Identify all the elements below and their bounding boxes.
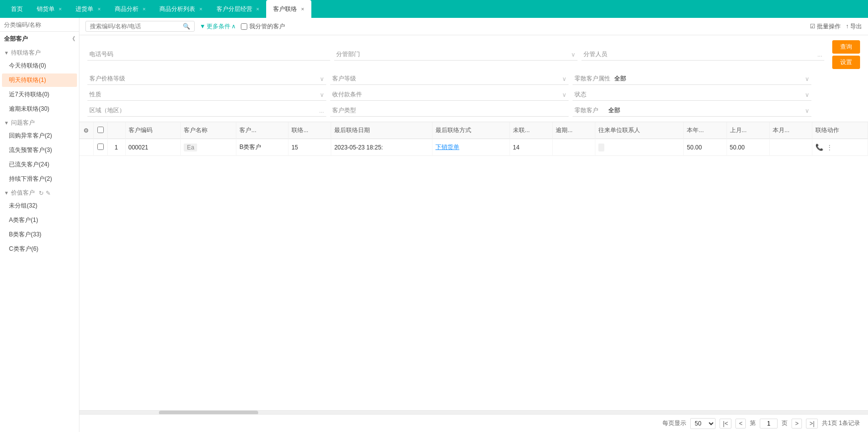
- my-customers-checkbox[interactable]: 我分管的客户: [241, 22, 285, 31]
- row-this-year: 50.00: [684, 139, 726, 156]
- phone-input[interactable]: [121, 51, 328, 58]
- sidebar-item-tomorrow-contact[interactable]: 明天待联络(1): [2, 73, 77, 87]
- scatter-attr-label: 零散客户属性: [575, 74, 610, 83]
- region-dots[interactable]: ...: [319, 107, 324, 114]
- col-header-type: 客户...: [236, 122, 289, 139]
- all-customers-header[interactable]: 全部客户 《: [0, 32, 79, 46]
- row-gear[interactable]: [79, 139, 93, 156]
- first-page-btn[interactable]: |<: [720, 419, 731, 429]
- sidebar-item-b-customers[interactable]: B类客户(33): [2, 228, 77, 241]
- row-last-method[interactable]: 下销货单: [432, 139, 509, 156]
- col-header-this-month: 本月...: [769, 122, 812, 139]
- payment-field: 收付款条件 ∨: [330, 89, 569, 101]
- group-problem-customers[interactable]: ▼ 问题客户: [0, 116, 79, 129]
- next-page-btn[interactable]: >: [792, 419, 802, 429]
- group-value-customers[interactable]: ▼ 价值客户 ↻ ✎: [0, 186, 79, 199]
- sidebar-item-ungrouped[interactable]: 未分组(32): [2, 199, 77, 213]
- sidebar-item-loss-warning[interactable]: 流失预警客户(3): [2, 144, 77, 157]
- nav-product-analysis[interactable]: 商品分析 ×: [108, 0, 152, 18]
- nav-home[interactable]: 首页: [4, 0, 30, 18]
- close-customer-contact-icon[interactable]: ×: [301, 0, 304, 18]
- sidebar-item-c-customers[interactable]: C类客户(6): [2, 242, 77, 256]
- export-btn[interactable]: ↑ 导出: [846, 22, 862, 31]
- filter-search-icon[interactable]: 🔍: [183, 23, 190, 30]
- col-header-checkbox[interactable]: [93, 122, 107, 139]
- top-nav: 首页 销货单 × 进货单 × 商品分析 × 商品分析列表 × 客户分层经营 × …: [0, 0, 868, 18]
- nav-purchase-order[interactable]: 进货单 ×: [69, 0, 107, 18]
- price-level-label: 客户价格等级: [89, 74, 125, 83]
- dept-dropdown-arrow[interactable]: ∨: [571, 51, 576, 58]
- content-area: 🔍 ▼ 更多条件 ∧ 我分管的客户 ☑ 批量操作 ↑ 导出: [79, 18, 868, 432]
- status-field: 状态 ∨: [573, 89, 811, 101]
- sidebar-search-input[interactable]: [4, 21, 78, 28]
- group-problem-arrow: ▼: [4, 120, 9, 126]
- sidebar-item-repurchase-abnormal[interactable]: 回购异常客户(2): [2, 129, 77, 143]
- status-label: 状态: [575, 90, 604, 99]
- price-level-field: 客户价格等级 ∨: [87, 73, 326, 85]
- nav-product-analysis-list[interactable]: 商品分析列表 ×: [152, 0, 209, 18]
- nav-customer-layering[interactable]: 客户分层经营 ×: [210, 0, 266, 18]
- manager-dots[interactable]: ...: [817, 51, 822, 58]
- group-pending-arrow: ▼: [4, 50, 9, 56]
- row-code[interactable]: 000021: [125, 139, 181, 156]
- close-purchase-order-icon[interactable]: ×: [97, 0, 100, 18]
- table-row: 1 000021 Ea B类客户 15 2023-05-23 18:25: 下销…: [79, 139, 868, 156]
- status-arrow[interactable]: ∨: [805, 91, 809, 98]
- sidebar: 🔍 全部客户 《 ▼ 待联络客户 今天待联络(0) 明天待联络(1) 近7天待联…: [0, 18, 79, 432]
- customer-level-field: 客户等级 ∨: [330, 73, 569, 85]
- query-button[interactable]: 查询: [832, 40, 860, 54]
- batch-op-btn[interactable]: ☑ 批量操作: [810, 22, 841, 31]
- scatter-customer-value: 全部: [608, 106, 620, 115]
- col-header-name: 客户名称: [181, 122, 236, 139]
- payment-arrow[interactable]: ∨: [562, 91, 567, 98]
- per-page-select[interactable]: 50 100: [690, 418, 716, 429]
- scatter-customer-arrow[interactable]: ∨: [805, 107, 809, 114]
- call-action-icon[interactable]: 📞: [815, 144, 823, 151]
- sidebar-item-a-customers[interactable]: A类客户(1): [2, 214, 77, 227]
- row-contact: 15: [288, 139, 331, 156]
- customer-level-label: 客户等级: [332, 74, 362, 83]
- group-pending-contact[interactable]: ▼ 待联络客户: [0, 46, 79, 59]
- row-checkbox[interactable]: [93, 139, 107, 156]
- sidebar-item-today-contact[interactable]: 今天待联络(0): [2, 59, 77, 72]
- customer-type-label: 客户类型: [332, 106, 362, 115]
- adv-filter-row-2: 客户价格等级 ∨ 客户等级 ∨ 零散客户属性 全部 ∨: [87, 73, 860, 85]
- prev-page-btn[interactable]: <: [735, 419, 746, 429]
- row-this-month: [769, 139, 812, 156]
- my-customers-check[interactable]: [241, 23, 247, 30]
- customer-level-arrow[interactable]: ∨: [562, 75, 567, 82]
- col-header-overdue: 逾期...: [553, 122, 595, 139]
- close-customer-layering-icon[interactable]: ×: [256, 0, 259, 18]
- settings-button[interactable]: 设置: [832, 56, 860, 69]
- row-name[interactable]: Ea: [181, 139, 236, 156]
- sidebar-item-declining-customers[interactable]: 持续下滑客户(2): [2, 172, 77, 186]
- more-conditions-btn[interactable]: ▼ 更多条件 ∧: [200, 22, 236, 31]
- sidebar-item-overdue-contact[interactable]: 逾期未联络(30): [2, 102, 77, 116]
- sidebar-item-7day-contact[interactable]: 近7天待联络(0): [2, 88, 77, 101]
- scatter-attr-arrow[interactable]: ∨: [805, 75, 809, 82]
- nature-arrow[interactable]: ∨: [320, 91, 324, 98]
- refresh-icon[interactable]: ↻: [39, 190, 44, 197]
- last-page-btn[interactable]: >|: [806, 419, 818, 429]
- sidebar-item-lost-customers[interactable]: 已流失客户(24): [2, 158, 77, 171]
- nav-customer-contact[interactable]: 客户联络 ×: [266, 0, 311, 18]
- more-action-icon[interactable]: ⋮: [826, 144, 833, 151]
- select-all-checkbox[interactable]: [97, 127, 104, 133]
- edit-icon[interactable]: ✎: [46, 190, 51, 197]
- nav-sales-order[interactable]: 销货单 ×: [30, 0, 69, 18]
- close-product-analysis-list-icon[interactable]: ×: [199, 0, 202, 18]
- phone-label: 电话号码: [89, 50, 119, 59]
- per-page-label: 每页显示: [662, 419, 686, 428]
- page-number-input[interactable]: [760, 419, 778, 429]
- filter-search-input[interactable]: [90, 23, 181, 30]
- row-select-checkbox[interactable]: [97, 144, 104, 150]
- adv-filter-row-1: 电话号码 分管部门 ∨ 分管人员 ... 查询 设置: [87, 40, 860, 69]
- price-level-arrow[interactable]: ∨: [320, 75, 324, 82]
- row-uncontacted: 14: [509, 139, 552, 156]
- data-table: ⚙ 客户编码 客户名称 客户... 联络... 最后联络日期 最后联络方式 未联…: [79, 122, 868, 156]
- col-header-gear[interactable]: ⚙: [79, 122, 93, 139]
- close-product-analysis-icon[interactable]: ×: [143, 0, 145, 18]
- close-sales-order-icon[interactable]: ×: [59, 0, 62, 18]
- dept-label: 分管部门: [336, 50, 366, 59]
- nature-field: 性质 ∨: [87, 89, 326, 101]
